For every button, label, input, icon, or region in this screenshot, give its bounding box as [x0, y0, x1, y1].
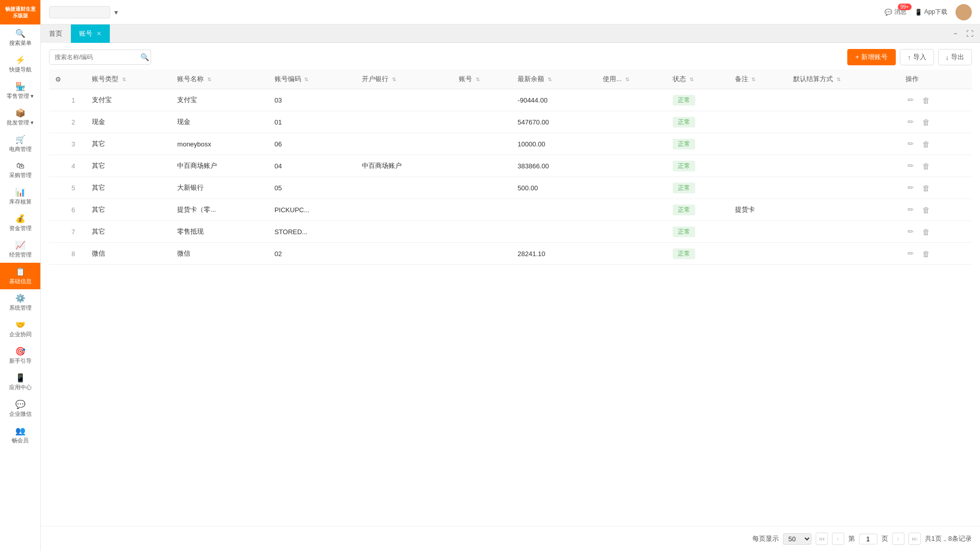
cell-name-0: 支付宝	[173, 89, 270, 111]
cell-balance-4: 500.00	[513, 177, 599, 199]
cell-code-7: 02	[271, 243, 358, 265]
sidebar-item-应用中心[interactable]: 📱 应用中心	[0, 369, 40, 395]
nav-icon-3: 📦	[15, 108, 26, 118]
sidebar-item-系统管理[interactable]: ⚙️ 系统管理	[0, 289, 40, 316]
cell-type-2: 其它	[88, 133, 173, 155]
sidebar-item-采购管理[interactable]: 🛍 采购管理	[0, 157, 40, 183]
col-balance-header[interactable]: 最新余额 ⇅	[513, 69, 599, 89]
cell-name-3: 中百商场账户	[173, 155, 270, 177]
delete-button-3[interactable]: 🗑	[920, 161, 932, 171]
import-button[interactable]: ↑ 导入	[900, 49, 934, 65]
next-page-button[interactable]: ›	[892, 533, 904, 545]
header-search-input[interactable]	[49, 6, 110, 18]
edit-button-5[interactable]: ✏	[905, 204, 916, 215]
header-right: 💬 消息 99+ 📱 App下载	[885, 4, 972, 20]
delete-button-5[interactable]: 🗑	[920, 205, 932, 215]
cell-balance-2: 10000.00	[513, 133, 599, 155]
nav-icon-8: 📈	[15, 240, 26, 250]
edit-button-1[interactable]: ✏	[905, 116, 916, 128]
sidebar-item-经营管理[interactable]: 📈 经营管理	[0, 236, 40, 263]
cell-status-4: 正常	[669, 177, 731, 199]
app-download-button[interactable]: 📱 App下载	[915, 8, 947, 16]
cell-action-5: ✏ 🗑	[901, 199, 972, 221]
cell-name-4: 大新银行	[173, 177, 270, 199]
tab-首页[interactable]: 首页	[41, 24, 71, 43]
table-search-input[interactable]	[50, 51, 136, 64]
delete-button-1[interactable]: 🗑	[920, 117, 932, 128]
sidebar-item-资金管理[interactable]: 💰 资金管理	[0, 210, 40, 236]
sidebar-item-零售管理[interactable]: 🏪 零售管理 ▾	[0, 78, 40, 104]
edit-button-4[interactable]: ✏	[905, 182, 916, 193]
delete-button-6[interactable]: 🗑	[920, 227, 932, 237]
col-settings-header[interactable]: ⚙	[49, 69, 67, 89]
col-use-header[interactable]: 使用... ⇅	[599, 69, 669, 89]
col-name-header[interactable]: 账号名称 ⇅	[173, 69, 270, 89]
edit-button-0[interactable]: ✏	[905, 94, 916, 106]
col-account-header[interactable]: 账号 ⇅	[455, 69, 513, 89]
sidebar-item-批发管理[interactable]: 📦 批发管理 ▾	[0, 104, 40, 131]
table-search-button[interactable]: 🔍	[136, 50, 151, 64]
edit-button-6[interactable]: ✏	[905, 226, 916, 237]
cell-default-payment-3	[789, 155, 901, 177]
delete-button-7[interactable]: 🗑	[920, 248, 932, 259]
tab-minimize-button[interactable]: －	[949, 28, 962, 40]
first-page-button[interactable]: ⏮	[816, 533, 828, 545]
col-num-header	[67, 69, 88, 89]
user-avatar[interactable]	[955, 4, 972, 20]
cell-use-4	[599, 177, 669, 199]
export-button[interactable]: ↓ 导出	[938, 49, 972, 65]
col-bank-header[interactable]: 开户银行 ⇅	[358, 69, 455, 89]
header-left: ▾	[49, 6, 118, 18]
sidebar-item-快捷导航[interactable]: ⚡ 快捷导航	[0, 51, 40, 78]
sidebar-item-企业微信[interactable]: 💬 企业微信	[0, 395, 40, 422]
tab-账号[interactable]: 账号✕	[71, 24, 110, 43]
cell-settings-1	[49, 111, 67, 133]
cell-remark-4	[731, 177, 790, 199]
message-button[interactable]: 💬 消息 99+	[885, 8, 906, 16]
cell-type-1: 现金	[88, 111, 173, 133]
cell-use-1	[599, 111, 669, 133]
sidebar-item-电商管理[interactable]: 🛒 电商管理	[0, 131, 40, 157]
cell-bank-0	[358, 89, 455, 111]
cell-account-0	[455, 89, 513, 111]
last-page-button[interactable]: ⏭	[909, 533, 921, 545]
cell-remark-2	[731, 133, 790, 155]
table-row: 5 其它 大新银行 05 500.00 正常 ✏ 🗑	[49, 177, 972, 199]
cell-code-2: 06	[271, 133, 358, 155]
sidebar-item-基础信息[interactable]: 📋 基础信息	[0, 263, 40, 289]
header-dropdown-icon[interactable]: ▾	[114, 8, 118, 16]
cell-settings-5	[49, 199, 67, 221]
edit-button-7[interactable]: ✏	[905, 248, 916, 259]
tab-maximize-button[interactable]: ⛶	[964, 28, 976, 40]
col-type-header[interactable]: 账号类型 ⇅	[88, 69, 173, 89]
prev-page-button[interactable]: ‹	[832, 533, 844, 545]
add-account-button[interactable]: + 新增账号	[847, 49, 896, 65]
search-box: 🔍	[49, 49, 151, 65]
col-default-header[interactable]: 默认结算方式 ⇅	[789, 69, 901, 89]
delete-button-4[interactable]: 🗑	[920, 183, 932, 193]
edit-button-2[interactable]: ✏	[905, 138, 916, 149]
tab-close-1[interactable]: ✕	[96, 30, 102, 37]
table-row: 3 其它 moneybosx 06 10000.00 正常 ✏ 🗑	[49, 133, 972, 155]
sidebar-item-企业协同[interactable]: 🤝 企业协同	[0, 316, 40, 342]
sidebar-item-搜索菜单[interactable]: 🔍 搜索菜单	[0, 24, 40, 51]
sidebar-item-库存核算[interactable]: 📊 库存核算	[0, 183, 40, 210]
edit-button-3[interactable]: ✏	[905, 160, 916, 171]
sidebar-item-新手引导[interactable]: 🎯 新手引导	[0, 342, 40, 369]
cell-action-1: ✏ 🗑	[901, 111, 972, 133]
col-code-header[interactable]: 账号编码 ⇅	[271, 69, 358, 89]
col-remark-header[interactable]: 备注 ⇅	[731, 69, 790, 89]
cell-account-1	[455, 111, 513, 133]
page-number-input[interactable]	[859, 534, 877, 544]
nav-icon-1: ⚡	[15, 55, 26, 65]
col-status-header[interactable]: 状态 ⇅	[669, 69, 731, 89]
delete-button-0[interactable]: 🗑	[920, 95, 932, 106]
delete-button-2[interactable]: 🗑	[920, 139, 932, 149]
nav-icon-11: 🤝	[15, 320, 26, 330]
nav-icon-15: 👥	[15, 426, 26, 436]
per-page-select[interactable]: 50 20 100	[783, 533, 812, 545]
tab-bar-controls: － ⛶	[949, 28, 980, 40]
cell-default-payment-4	[789, 177, 901, 199]
top-header: ▾ 💬 消息 99+ 📱 App下载	[41, 0, 980, 24]
sidebar-item-畅会员[interactable]: 👥 畅会员	[0, 422, 40, 448]
